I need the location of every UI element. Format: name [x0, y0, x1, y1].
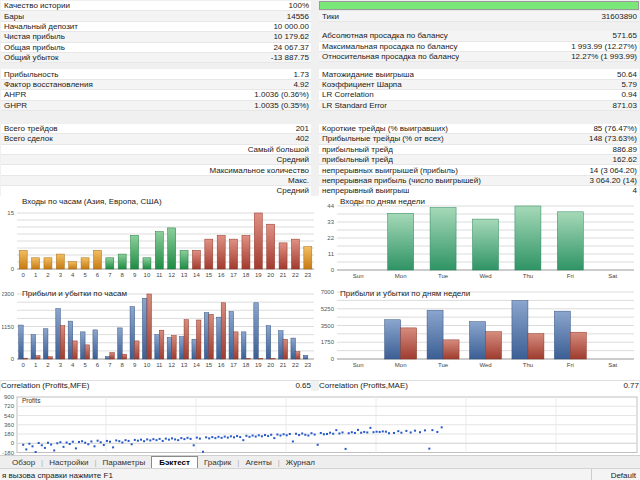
scatter-point [314, 434, 316, 436]
profit-bar [554, 311, 570, 359]
svg-text:0: 0 [22, 272, 26, 278]
svg-text:11: 11 [328, 251, 335, 257]
loss-bar [295, 352, 300, 359]
scatter-point [134, 439, 136, 441]
svg-text:Sat: Sat [608, 273, 617, 279]
loss-bar [60, 326, 65, 359]
stats-left-column: Прибыльность1.73Фактор восстановления4.9… [1, 69, 311, 111]
svg-text:0: 0 [331, 356, 335, 362]
scatter-point [239, 436, 241, 438]
bar [32, 258, 40, 269]
profit-bar [303, 355, 308, 359]
scatter-point [357, 429, 359, 431]
stat-row: Прибыльность1.73 [1, 69, 311, 79]
scatter-point [379, 431, 381, 433]
chart-title: Прибыли и убытки по часам [22, 289, 127, 298]
bar [267, 224, 275, 269]
stat-value: 402 [296, 134, 311, 143]
strategy-tester-report: Качество истории100%Бары14556Начальный д… [0, 0, 640, 480]
svg-text:0: 0 [11, 266, 15, 272]
scatter-point [100, 441, 102, 443]
profit-bar [56, 309, 61, 359]
loss-bar [196, 320, 201, 359]
stat-label: непрерывная прибыль (число выигрышей) [319, 176, 481, 185]
profit-bar [155, 335, 160, 359]
scatter-point [376, 431, 378, 433]
scatter-point [112, 446, 114, 448]
scatter-point [249, 436, 251, 438]
progress-fill [320, 2, 638, 9]
svg-text:Fri: Fri [567, 362, 574, 368]
bar [155, 232, 163, 269]
scatter-point [97, 440, 99, 442]
tab-2[interactable]: Параметры [97, 457, 152, 469]
stat-value: -13 887.75 [271, 53, 311, 62]
stat-label: Начальный депозит [1, 22, 78, 31]
profit-bar [130, 307, 135, 359]
stat-value: 24 067.37 [273, 43, 311, 52]
loss-bar [110, 353, 115, 360]
svg-text:0: 0 [22, 362, 26, 368]
scatter-point [63, 446, 65, 448]
svg-text:8: 8 [121, 362, 125, 368]
stat-label: Фактор восстановления [1, 80, 93, 89]
chart-entries-by-weekday: Входы по дням недели 011223344SunMonTueW… [320, 196, 638, 288]
scatter-point [168, 439, 170, 441]
tab-4[interactable]: График [198, 457, 237, 469]
loss-bar [172, 336, 177, 359]
tab-1[interactable]: Настройки [43, 457, 94, 469]
loss-bar [234, 332, 239, 359]
tab-5[interactable]: Агенты [239, 457, 277, 469]
tab-6[interactable]: Журнал [280, 457, 321, 469]
scatter-point [131, 443, 133, 445]
stat-value: 85 (76.47%) [593, 124, 639, 133]
svg-text:2: 2 [46, 362, 50, 368]
status-profile[interactable]: Default [611, 471, 636, 480]
scatter-point [400, 432, 402, 434]
stat-group: Качество истории100%Бары14556Начальный д… [0, 1, 640, 63]
svg-text:3500: 3500 [321, 323, 335, 329]
status-bar: я вызова справки нажмите F1 Default [0, 468, 640, 480]
svg-text:7: 7 [108, 272, 112, 278]
svg-text:Mon: Mon [395, 273, 407, 279]
profit-bar [254, 303, 259, 359]
scatter-point [75, 447, 77, 449]
svg-text:10: 10 [144, 272, 151, 278]
svg-text:14: 14 [193, 272, 200, 278]
svg-text:180: 180 [4, 431, 15, 437]
bar [230, 239, 238, 269]
svg-text:8: 8 [121, 272, 125, 278]
scatter-point [264, 434, 266, 436]
stat-row: Фактор восстановления4.92 [1, 80, 311, 90]
profits-scatter-plot: -1800180360540720900 [0, 391, 640, 455]
stat-label: Качество истории [1, 1, 70, 10]
loss-bar [221, 303, 226, 359]
loss-bar [486, 332, 502, 359]
svg-text:19: 19 [255, 362, 262, 368]
chart-pnl-by-weekday: Прибыли и убытки по дням недели 01750350… [320, 288, 638, 380]
svg-text:0: 0 [11, 440, 15, 446]
tab-0[interactable]: Обзор [6, 457, 41, 469]
stat-value: 0.94 [621, 90, 639, 99]
stats-right-column: Матожидание выигрыша50.64Коэффициент Шар… [319, 69, 639, 111]
profit-bar [229, 312, 234, 359]
scatter-point [292, 440, 294, 442]
stat-row: прибыльный трейд886.89 [319, 145, 639, 155]
svg-text:5250: 5250 [321, 306, 335, 312]
scatter-point [22, 444, 24, 446]
profit-bar [279, 331, 284, 359]
svg-text:1150: 1150 [2, 324, 15, 330]
loss-bar [122, 354, 127, 359]
svg-text:2: 2 [46, 272, 50, 278]
svg-text:23: 23 [304, 272, 311, 278]
svg-text:7000: 7000 [321, 289, 335, 295]
scatter-point [211, 436, 213, 438]
svg-text:11: 11 [156, 272, 163, 278]
scatter-point [152, 438, 154, 440]
stat-row [319, 1, 639, 11]
loss-bar [184, 320, 189, 359]
stat-row: LR Standard Error871.03 [319, 101, 639, 111]
bar [118, 254, 126, 269]
scatter-point [44, 447, 46, 449]
scatter-point [187, 437, 189, 439]
